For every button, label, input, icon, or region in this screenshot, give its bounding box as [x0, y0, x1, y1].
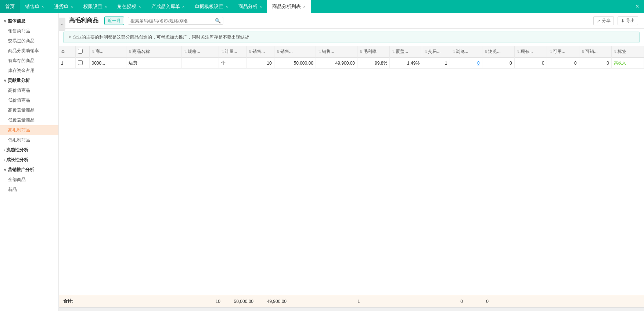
table-header-spec[interactable]: ⇅规格... — [182, 46, 219, 58]
share-icon: ↗ — [597, 18, 600, 23]
table-header-browse2[interactable]: ⇅浏览... — [482, 46, 514, 58]
nav-item[interactable]: 权限设置× — [78, 0, 112, 13]
close-window-button[interactable]: × — [630, 0, 644, 13]
table-cell-code: 0000... — [89, 58, 126, 69]
sidebar-section-label: 营销推广分析 — [8, 167, 34, 173]
table-container[interactable]: ⚙⇅商...⇅商品名称⇅规格...⇅计量...⇅销售...⇅销售...⇅销售..… — [59, 46, 644, 295]
table-cell-sales_profit: 49,900.00 — [316, 58, 357, 69]
sidebar-item[interactable]: 商品分类助销率 — [0, 46, 58, 56]
table-header-stock[interactable]: ⇅现有... — [514, 46, 547, 58]
table-header-sell[interactable]: ⇅可销... — [579, 46, 611, 58]
footer-cell: 50,000.00 — [223, 299, 256, 304]
nav-item[interactable]: 进货单× — [49, 0, 78, 13]
main-layout: ∨整体信息销售类商品交易过的商品商品分类助销率有库存的商品库存资金占用∨贡献量分… — [0, 13, 644, 311]
bottom-scrollbar[interactable] — [59, 307, 644, 311]
nav-item[interactable]: 单据模板设置× — [190, 0, 233, 13]
sidebar-section-header[interactable]: ∨贡献量分析 — [0, 76, 58, 86]
share-button[interactable]: ↗ 分享 — [593, 16, 614, 25]
sidebar-section-label: 贡献量分析 — [8, 77, 30, 84]
sort-icon: ⇅ — [184, 50, 187, 54]
table-header-unit[interactable]: ⇅计量... — [219, 46, 246, 58]
sidebar-item[interactable]: 有库存的商品 — [0, 56, 58, 66]
sidebar-collapse-button[interactable]: « — [59, 18, 65, 31]
sort-icon: ⇅ — [360, 50, 363, 54]
info-text: ✧ 企业的主要的利润都是这部分商品创造的，可考虑加大推广，同时关注库存是不要出现… — [68, 34, 249, 40]
table-header-browse1[interactable]: ⇅浏览... — [450, 46, 482, 58]
sidebar-arrow-icon: ∨ — [4, 19, 6, 23]
nav-close-icon[interactable]: × — [105, 4, 107, 9]
table-header-coverage[interactable]: ⇅覆盖... — [390, 46, 422, 58]
settings-icon[interactable]: ⚙ — [61, 49, 65, 54]
sidebar-section-header[interactable]: ›流趋性分析 — [0, 145, 58, 155]
search-icon[interactable]: 🔍 — [215, 18, 221, 23]
search-box: 🔍 — [128, 17, 223, 25]
nav-close-icon[interactable]: × — [226, 4, 228, 9]
sidebar-item[interactable]: 高毛利商品 — [0, 125, 58, 135]
sort-icon: ⇅ — [517, 50, 520, 54]
sort-icon: ⇅ — [392, 50, 395, 54]
table-cell-tag: 高收入 — [611, 58, 644, 69]
sidebar-item[interactable]: 低毛利商品 — [0, 135, 58, 145]
info-banner: ✧ 企业的主要的利润都是这部分商品创造的，可考虑加大推广，同时关注库存是不要出现… — [63, 32, 640, 43]
nav-close-icon[interactable]: × — [42, 4, 44, 9]
nav-close-icon[interactable]: × — [138, 4, 141, 9]
footer-cell: 49,900.00 — [256, 299, 289, 304]
sidebar-section-label: 流趋性分析 — [6, 147, 28, 153]
search-input[interactable] — [130, 18, 215, 23]
nav-close-icon[interactable]: × — [182, 4, 184, 9]
sort-icon: ⇅ — [452, 50, 455, 54]
nav-item[interactable]: 角色授权× — [112, 0, 146, 13]
browse-link[interactable]: 0 — [477, 61, 480, 66]
footer-bar: 合计: 1050,000.0049,900.00100 — [59, 295, 644, 307]
table-cell-check — [75, 58, 89, 69]
table-header-num[interactable]: ⚙ — [59, 46, 75, 58]
nav-item[interactable]: 商品分析× — [233, 0, 267, 13]
nav-item[interactable]: 销售单× — [20, 0, 49, 13]
sort-icon: ⇅ — [485, 50, 488, 54]
header-actions: ↗ 分享 ⬇ 导出 — [593, 16, 638, 25]
table-header-trade[interactable]: ⇅交易... — [422, 46, 450, 58]
nav-item[interactable]: 产成品入库单× — [146, 0, 190, 13]
nav-item[interactable]: 商品分析列表× — [267, 0, 310, 13]
nav-close-icon[interactable]: × — [71, 4, 73, 9]
sidebar-item[interactable]: 低覆盖量商品 — [0, 115, 58, 125]
table-row: 10000...运费个1050,000.0049,900.0099.8%1.49… — [59, 58, 644, 69]
table-header-check[interactable] — [75, 46, 89, 58]
period-filter-button[interactable]: 近一月 — [104, 17, 124, 25]
table-header-tag[interactable]: ⇅标签 — [611, 46, 644, 58]
table-header-gross_rate[interactable]: ⇅毛利率 — [357, 46, 390, 58]
table-header-code[interactable]: ⇅商... — [89, 46, 126, 58]
table-cell-browse1: 0 — [450, 58, 482, 69]
sidebar-item[interactable]: 高价值商品 — [0, 86, 58, 95]
footer-cell: 0 — [439, 299, 465, 304]
table-cell-trade: 1 — [422, 58, 450, 69]
nav-close-icon[interactable]: × — [303, 4, 305, 9]
select-all-checkbox[interactable] — [78, 49, 83, 54]
sidebar-item[interactable]: 销售类商品 — [0, 26, 58, 36]
sidebar-item[interactable]: 高覆盖量商品 — [0, 105, 58, 115]
table-header-avail[interactable]: ⇅可用... — [547, 46, 579, 58]
table-cell-unit: 个 — [219, 58, 246, 69]
content-header: 高毛利商品 近一月 🔍 ↗ 分享 ⬇ 导出 — [59, 13, 644, 29]
sidebar-item[interactable]: 全部商品 — [0, 175, 58, 185]
nav-close-icon[interactable]: × — [260, 4, 262, 9]
row-checkbox[interactable] — [78, 60, 83, 65]
sort-icon: ⇅ — [249, 50, 252, 54]
sidebar-item[interactable]: 交易过的商品 — [0, 36, 58, 46]
sidebar-section-header[interactable]: ›成长性分析 — [0, 155, 58, 165]
table-header-sales_qty[interactable]: ⇅销售... — [247, 46, 274, 58]
export-button[interactable]: ⬇ 导出 — [618, 16, 638, 25]
sidebar-arrow-icon: ∨ — [4, 79, 6, 83]
sort-icon: ⇅ — [221, 50, 224, 54]
sidebar-section-header[interactable]: ∨整体信息 — [0, 16, 58, 26]
table-header-sales_amt[interactable]: ⇅销售... — [274, 46, 316, 58]
table-header-sales_profit[interactable]: ⇅销售... — [316, 46, 357, 58]
sort-icon: ⇅ — [424, 50, 427, 54]
nav-item[interactable]: 首页 — [0, 0, 20, 13]
sidebar-item[interactable]: 库存资金占用 — [0, 66, 58, 76]
sidebar-item[interactable]: 新品 — [0, 185, 58, 195]
sidebar-section-header[interactable]: ∨营销推广分析 — [0, 165, 58, 175]
sidebar-section-label: 整体信息 — [8, 18, 25, 24]
sidebar-item[interactable]: 低价值商品 — [0, 95, 58, 105]
table-header-name[interactable]: ⇅商品名称 — [126, 46, 182, 58]
